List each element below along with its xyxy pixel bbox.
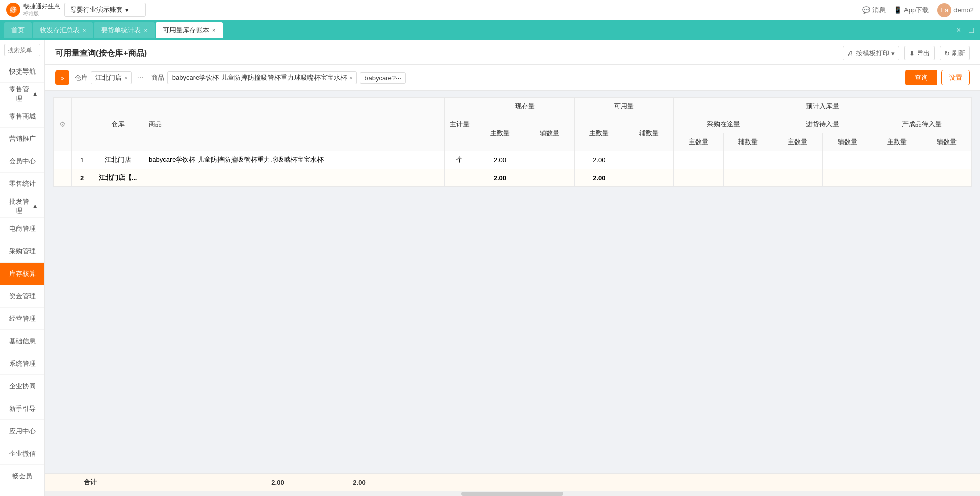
gear-settings-icon[interactable]: ⚙	[59, 120, 66, 128]
print-dropdown-icon: ▾	[891, 50, 895, 57]
top-bar: 好 畅捷通好生意 标准版 母婴行业演示账套 ▾ 💬 消息 📱 App下载 Ea …	[0, 0, 980, 20]
message-label: 消息	[872, 6, 886, 15]
col-forecast-header: 预计入库量	[674, 98, 972, 115]
sidebar-item-quick-nav[interactable]: 快捷导航	[0, 60, 44, 83]
sidebar-item-member[interactable]: 畅会员	[0, 465, 44, 487]
arrow-icon-wholesale: ▲	[32, 202, 38, 210]
sidebar-item-basic-info[interactable]: 基础信息	[0, 330, 44, 352]
sidebar-item-marketing[interactable]: 营销推广	[0, 128, 44, 150]
tab-close-order[interactable]: ×	[144, 27, 147, 33]
search-input[interactable]	[4, 44, 40, 56]
col-unit-header: 主计量	[445, 98, 475, 151]
tab-maximize-btn[interactable]: □	[967, 26, 976, 35]
industry-selector[interactable]: 母婴行业演示账套 ▾	[64, 3, 146, 17]
sidebar-item-zero-sales-mall[interactable]: 零售商城	[0, 105, 44, 128]
row2-pp-main	[872, 169, 922, 187]
row1-pp-main	[872, 151, 922, 169]
filter-toggle-btn[interactable]: »	[55, 70, 69, 85]
sidebar: 快捷导航 零售管理 ▲ 零售商城 营销推广 会员中心 零售统计 批发管理 ▲ 电…	[0, 40, 45, 496]
col-index-header	[72, 98, 92, 151]
query-btn[interactable]: 查询	[905, 70, 937, 85]
footer-available-main: 2.00	[339, 479, 380, 486]
warehouse-tag: 江北门店 ×	[91, 71, 132, 84]
row2-pt-main	[674, 169, 723, 187]
sidebar-item-enterprise-wechat[interactable]: 企业微信	[0, 442, 44, 465]
message-icon: 💬	[862, 6, 870, 14]
warehouse-tag-close[interactable]: ×	[124, 75, 127, 81]
logo-text-group: 畅捷通好生意 标准版	[23, 3, 60, 17]
sidebar-item-app-center[interactable]: 应用中心	[0, 420, 44, 442]
tab-available-inventory[interactable]: 可用量库存账本 ×	[156, 22, 223, 38]
col-gear-header: ⚙	[54, 98, 72, 151]
row1-stock-aux	[525, 151, 574, 169]
export-btn[interactable]: ⬇ 导出	[904, 46, 935, 60]
col-warehouse-header: 仓库	[92, 98, 143, 151]
col-stock-aux-header: 辅数量	[525, 115, 574, 151]
industry-label: 母婴行业演示账套	[70, 5, 123, 14]
table-row: 1 江北门店 babycare学饮杯 儿童防摔防撞吸管杯重力球吸嘴杯宝宝水杯 个…	[54, 151, 972, 169]
avatar: Ea	[937, 3, 951, 17]
row2-stock-main: 2.00	[475, 169, 525, 187]
sidebar-item-enterprise-collab[interactable]: 企业协同	[0, 375, 44, 397]
col-available-header: 可用量	[574, 98, 674, 115]
col-purchase-transit-aux-header: 辅数量	[723, 133, 773, 151]
settings-btn[interactable]: 设置	[941, 70, 970, 85]
logo-main-text: 畅捷通好生意	[23, 3, 60, 10]
tab-actions-right: × □	[954, 26, 976, 35]
scrollbar-thumb[interactable]	[461, 492, 564, 496]
row1-pp-aux	[922, 151, 971, 169]
col-purchase-transit-main-header: 主数量	[674, 133, 723, 151]
row2-index: 2	[72, 169, 92, 187]
tab-close-available[interactable]: ×	[212, 27, 215, 33]
tab-order-stats[interactable]: 要货单统计表 ×	[94, 22, 154, 38]
product-filter-label: 商品	[151, 73, 164, 82]
print-btn[interactable]: 🖨 按模板打印 ▾	[843, 46, 899, 60]
sidebar-item-retail-stats[interactable]: 零售统计	[0, 173, 44, 195]
sidebar-item-inventory-check[interactable]: 库存核算	[0, 263, 44, 285]
logo-icon: 好	[6, 3, 20, 17]
row2-gear	[54, 169, 72, 187]
tab-receipt-summary[interactable]: 收发存汇总表 ×	[33, 22, 93, 38]
sidebar-item-wholesale-mgmt[interactable]: 批发管理 ▲	[0, 195, 44, 218]
refresh-btn[interactable]: ↻ 刷新	[940, 46, 970, 60]
product-tag-2: babycare?···	[360, 72, 406, 84]
sidebar-item-member-center[interactable]: 会员中心	[0, 150, 44, 173]
sidebar-item-purchase[interactable]: 采购管理	[0, 240, 44, 263]
refresh-icon: ↻	[944, 50, 950, 57]
tab-minimize-btn[interactable]: ×	[954, 26, 963, 35]
page-actions: 🖨 按模板打印 ▾ ⬇ 导出 ↻ 刷新	[843, 46, 970, 60]
sidebar-item-zero-sales-mgmt[interactable]: 零售管理 ▲	[0, 83, 44, 105]
warehouse-more-btn[interactable]: ···	[135, 73, 145, 82]
row2-pt-aux	[723, 169, 773, 187]
row2-available-main: 2.00	[574, 169, 624, 187]
svg-text:好: 好	[10, 6, 16, 13]
row2-stock-aux	[525, 169, 574, 187]
row1-ip-main	[773, 151, 822, 169]
row1-stock-main: 2.00	[475, 151, 525, 169]
row2-product	[143, 169, 445, 187]
message-action[interactable]: 💬 消息	[862, 6, 886, 15]
col-available-main-header: 主数量	[574, 115, 624, 151]
top-bar-right: 💬 消息 📱 App下载 Ea demo2	[862, 3, 974, 17]
warehouse-filter-group: 仓库 江北门店 × ···	[75, 71, 146, 84]
product-tag-1-close[interactable]: ×	[349, 75, 352, 81]
user-profile[interactable]: Ea demo2	[937, 3, 974, 17]
sidebar-item-finance[interactable]: 资金管理	[0, 285, 44, 308]
col-available-aux-header: 辅数量	[624, 115, 674, 151]
row1-pt-main	[674, 151, 723, 169]
col-inbound-pending-main-header: 主数量	[773, 133, 822, 151]
sidebar-item-system-mgmt[interactable]: 系统管理	[0, 352, 44, 375]
col-production-pending-header: 产成品待入量	[872, 115, 972, 133]
top-bar-left: 好 畅捷通好生意 标准版 母婴行业演示账套 ▾	[6, 3, 146, 17]
sidebar-item-operations[interactable]: 经营管理	[0, 308, 44, 330]
sidebar-item-ecommerce[interactable]: 电商管理	[0, 218, 44, 240]
scrollbar-area[interactable]	[45, 491, 980, 496]
sidebar-item-new-guide[interactable]: 新手引导	[0, 397, 44, 420]
row1-pt-aux	[723, 151, 773, 169]
tab-close-receipt[interactable]: ×	[83, 27, 86, 33]
app-download-label: App下载	[904, 6, 929, 15]
col-inbound-pending-header: 进货待入量	[773, 115, 872, 133]
dropdown-icon: ▾	[125, 6, 129, 14]
tab-home[interactable]: 首页	[4, 22, 32, 38]
app-download-action[interactable]: 📱 App下载	[894, 6, 929, 15]
